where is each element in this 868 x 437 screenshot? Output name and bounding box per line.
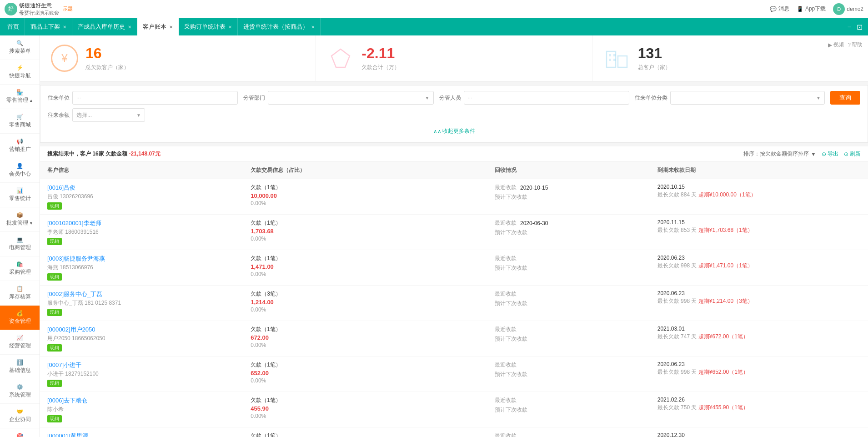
sidebar-item-retail-mgmt[interactable]: 🏪 零售管理 ▲ [0, 85, 40, 109]
overdue-link-2[interactable]: 超期¥1,471.00（1笔） [698, 262, 753, 269]
sidebar-item-ecommerce[interactable]: 💻 电商管理 [0, 232, 40, 256]
overdue-link-5[interactable]: 超期¥652.00（1笔） [698, 369, 748, 375]
sidebar-item-purchase[interactable]: 🛍️ 采购管理 [0, 256, 40, 281]
close-icon[interactable]: ✕ [128, 25, 131, 30]
balance-label: 往来余额 [48, 111, 70, 119]
collapse-button[interactable]: ∧∧ 收起更多条件 [433, 127, 475, 135]
close-icon[interactable]: ✕ [311, 25, 315, 30]
manager-input[interactable]: ··· [464, 91, 629, 105]
message-button[interactable]: 💬 消息 [770, 5, 789, 13]
debt-amount-4[interactable]: 672.00 [251, 334, 495, 341]
source-unit-label: 往来单位 [48, 94, 70, 102]
customer-name-2[interactable]: [0003]畅捷服务尹海燕 [47, 255, 251, 263]
sidebar-item-retail-stats[interactable]: 📊 零售统计 [0, 183, 40, 207]
balance-select[interactable]: 选择... ▼ [72, 108, 145, 122]
refresh-button[interactable]: ⊙ 刷新 [844, 150, 861, 158]
money-icon: 💰 [16, 310, 23, 316]
query-button[interactable]: 查询 [830, 91, 860, 105]
sidebar-item-retail-mall[interactable]: 🛒 零售商城 [0, 109, 40, 134]
table-container: 客户信息 欠款交易信息（占比） 回收情况 到期未收款日期 [0016]吕俊 吕俊… [40, 162, 868, 437]
export-button[interactable]: ⊙ 导出 [822, 150, 838, 158]
debt-amount-1[interactable]: 1,703.68 [251, 228, 495, 235]
main-layout: 🔍 搜索菜单 ⚡ 快捷导航 🏪 零售管理 ▲ 🛒 零售商城 [0, 35, 868, 437]
tab-home[interactable]: 首页 [2, 18, 25, 35]
close-icon[interactable]: ✕ [228, 25, 232, 30]
dept-select[interactable]: ▼ [268, 91, 433, 105]
debt-amount-3[interactable]: 1,214.00 [251, 299, 495, 306]
overdue-link-4[interactable]: 超期¥672.00（1笔） [698, 333, 748, 340]
sort-arrow-icon: ▼ [811, 151, 816, 157]
debt-amount-5[interactable]: 652.00 [251, 370, 495, 377]
sidebar-item-marketing[interactable]: 📢 营销推广 [0, 134, 40, 158]
manager-label: 分管人员 [439, 94, 461, 102]
customer-name-7[interactable]: [000001]黄思源 [47, 432, 251, 437]
unit-category-select[interactable]: ▼ [670, 91, 825, 105]
debt-amount-6[interactable]: 455.90 [251, 405, 495, 412]
sort-button[interactable]: 排序：按欠款金额倒序排序 ▼ [743, 150, 816, 158]
debt-amount-0[interactable]: 10,000.00 [251, 192, 495, 199]
user-menu[interactable]: D demo2 [833, 3, 863, 15]
sidebar-item-collab[interactable]: 🤝 企业协同 [0, 404, 40, 428]
sidebar-item-guide[interactable]: 🎯 新手引导 [0, 428, 40, 437]
debt-info-4: 欠款（1笔） 672.00 0.00% [251, 326, 495, 348]
filter-balance: 往来余额 选择... ▼ [48, 108, 860, 122]
tab-inventory-history[interactable]: 产成品入库单历史 ✕ [72, 18, 137, 35]
customer-name-3[interactable]: [0002]服务中心_丁磊 [47, 290, 251, 298]
nav-minimize[interactable]: － [846, 22, 853, 32]
sidebar-item-operations[interactable]: 📈 经营管理 [0, 330, 40, 355]
recovery-info-1: 最近收款 2020-06-30 预计下次收款 [495, 219, 657, 236]
tab-customer-ledger[interactable]: 客户账本 ✕ [137, 18, 179, 35]
sidebar-item-system[interactable]: ⚙️ 系统管理 [0, 379, 40, 404]
customer-name-1[interactable]: [0001020001]李老师 [47, 219, 251, 227]
filter-dept: 分管部门 ▼ [243, 91, 433, 105]
stat-card-debt-customers: ¥ 16 总欠款客户（家） [40, 35, 316, 81]
overdue-link-0[interactable]: 超期¥10,000.00（1笔） [698, 191, 756, 198]
logo-icon: 好 [5, 3, 17, 15]
results-actions: 排序：按欠款金额倒序排序 ▼ ⊙ 导出 ⊙ 刷新 [743, 150, 861, 158]
sidebar-item-quick-nav[interactable]: ⚡ 快捷导航 [0, 60, 40, 85]
table-row: [0006]去下粮仓 陈小希 现销 欠款（1笔） 455.90 0.00% 最近… [40, 392, 868, 427]
debt-customer-count: 16 [85, 45, 129, 62]
overdue-link-3[interactable]: 超期¥1,214.00（3笔） [698, 298, 753, 304]
sidebar-item-basic-info[interactable]: ℹ️ 基础信息 [0, 355, 40, 379]
results-bar: 搜索结果中，客户 16家 欠款金额 -21,148.07元 排序：按欠款金额倒序… [40, 146, 868, 162]
sidebar-item-inventory[interactable]: 📋 库存核算 [0, 281, 40, 306]
customer-sub-0: 吕俊 13026203696 [47, 193, 251, 201]
customer-name-0[interactable]: [0016]吕俊 [47, 184, 251, 192]
debt-label-0: 欠款（1笔） [251, 184, 495, 191]
customer-info-0: [0016]吕俊 吕俊 13026203696 现销 [47, 184, 251, 210]
debt-info-6: 欠款（1笔） 455.90 0.00% [251, 397, 495, 419]
sidebar-item-wholesale[interactable]: 📦 批发管理 ▼ [0, 207, 40, 232]
sidebar-item-finance[interactable]: 💰 资金管理 [0, 306, 40, 330]
demo-link[interactable]: 示题 [63, 5, 73, 12]
svg-rect-4 [613, 54, 616, 56]
nav-maximize[interactable]: ⊡ [857, 23, 863, 31]
sidebar-item-members[interactable]: 👤 会员中心 [0, 158, 40, 183]
source-unit-input[interactable]: ··· [72, 91, 238, 105]
tab-product-listing[interactable]: 商品上下架 ✕ [25, 18, 72, 35]
video-link[interactable]: ▶ 视频 [828, 41, 844, 49]
store-icon: 🏪 [16, 89, 23, 95]
top-bar-left: 好 畅捷通好生意 母婴行业演示账套 示题 [5, 2, 73, 16]
avatar: D [833, 3, 845, 15]
app-download-button[interactable]: 📱 App下载 [797, 5, 826, 13]
help-link[interactable]: ? 帮助 [848, 41, 863, 49]
customer-info-3: [0002]服务中心_丁磊 服务中心_丁磊 181 0125 8371 现销 [47, 290, 251, 316]
overdue-link-1[interactable]: 超期¥1,703.68（1笔） [698, 227, 753, 233]
megaphone-icon: 📢 [16, 138, 23, 145]
lightning-icon: ⚡ [16, 65, 23, 71]
tab-purchase-stats[interactable]: 采购订单统计表 ✕ [179, 18, 238, 35]
svg-rect-3 [609, 54, 611, 56]
debt-total-number: -2.11 [361, 45, 400, 62]
close-icon[interactable]: ✕ [169, 25, 173, 30]
overdue-link-6[interactable]: 超期¥455.90（1笔） [698, 404, 748, 411]
recovery-info-5: 最近收款 预计下次收款 [495, 361, 657, 378]
tab-inbound-stats[interactable]: 进货单统计表（按商品） ✕ [238, 18, 321, 35]
customer-name-5[interactable]: [0007]小进干 [47, 361, 251, 369]
debt-total-label: 欠款合计（万） [361, 64, 400, 71]
customer-name-6[interactable]: [0006]去下粮仓 [47, 397, 251, 405]
debt-amount-2[interactable]: 1,471.00 [251, 263, 495, 270]
customer-name-4[interactable]: [000002]用户2050 [47, 326, 251, 334]
sidebar-item-search[interactable]: 🔍 搜索菜单 [0, 35, 40, 60]
close-icon[interactable]: ✕ [63, 25, 66, 30]
